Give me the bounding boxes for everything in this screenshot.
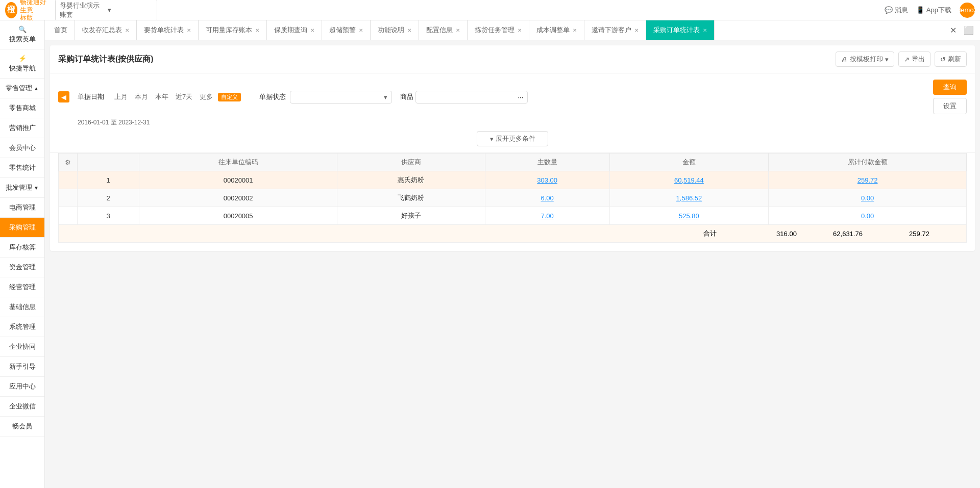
tab-config-info[interactable]: 配置信息 ✕ xyxy=(419,20,468,40)
paid-cell[interactable]: 0.00 xyxy=(769,207,967,225)
chevron-down-icon: ▾ xyxy=(885,56,889,63)
col-row-num xyxy=(78,153,139,171)
sidebar-item-finance[interactable]: 资金管理 xyxy=(0,258,44,277)
main-qty-cell[interactable]: 7.00 xyxy=(485,207,609,225)
sidebar-item-newbie[interactable]: 新手引导 xyxy=(0,357,44,377)
message-icon: 💬 xyxy=(885,6,893,14)
content-area: 首页 收发存汇总表 ✕ 要货单统计表 ✕ 可用量库存账本 ✕ 保质期查询 ✕ 超… xyxy=(45,20,980,488)
tab-shelf-life[interactable]: 保质期查询 ✕ xyxy=(267,20,322,40)
table-row[interactable]: 2 00020002 飞鹤奶粉 6.00 1,586.52 0.00 xyxy=(59,189,967,207)
page-title: 采购订单统计表(按供应商) xyxy=(58,54,154,65)
tab-purchase-order-stats[interactable]: 采购订单统计表 ✕ xyxy=(646,20,715,40)
filter-toggle-btn[interactable]: ◀ xyxy=(58,91,69,102)
tab-available-inventory[interactable]: 可用量库存账本 ✕ xyxy=(199,20,267,40)
amount-cell[interactable]: 1,586.52 xyxy=(609,189,769,207)
maximize-btn[interactable]: ⬜ xyxy=(962,24,976,36)
main-qty-cell[interactable]: 6.00 xyxy=(485,189,609,207)
row-num-cell: 2 xyxy=(78,189,139,207)
export-icon: ↗ xyxy=(904,56,910,63)
tab-overstock-warning[interactable]: 超储预警 ✕ xyxy=(322,20,371,40)
unit-code-cell: 00020001 xyxy=(139,171,337,189)
sidebar-item-inventory[interactable]: 库存核算 xyxy=(0,238,44,258)
filter-row-main: ◀ 单据日期 上月 本月 本年 近7天 更多 自定义 单据状态 xyxy=(58,80,967,114)
sidebar-item-retail[interactable]: 零售管理 ▲ xyxy=(0,79,44,98)
appdownload-btn[interactable]: 📱 App下载 xyxy=(916,6,951,15)
left-arrow-icon: ◀ xyxy=(61,93,66,101)
sidebar-item-retail-shop[interactable]: 零售商城 xyxy=(0,98,44,118)
col-settings[interactable]: ⚙ xyxy=(59,153,78,171)
date-range-display: 2016-01-01 至 2023-12-31 xyxy=(78,118,150,127)
last-month-btn[interactable]: 上月 xyxy=(112,91,130,102)
tab-receive-send[interactable]: 收发存汇总表 ✕ xyxy=(75,20,137,40)
query-button[interactable]: 查询 xyxy=(933,80,967,95)
sidebar-item-ecommerce[interactable]: 电商管理 xyxy=(0,198,44,218)
settings-icon: ⚙ xyxy=(65,159,71,166)
sidebar-item-search[interactable]: 🔍 搜索英单 xyxy=(0,20,44,49)
goods-input[interactable]: ··· xyxy=(415,91,528,104)
paid-cell[interactable]: 0.00 xyxy=(769,189,967,207)
sidebar-item-enterprise[interactable]: 企业协同 xyxy=(0,337,44,357)
phone-icon: 📱 xyxy=(916,6,924,14)
sidebar-item-wechat[interactable]: 企业微信 xyxy=(0,397,44,417)
paid-cell[interactable]: 259.72 xyxy=(769,171,967,189)
footer-amount: 62,631.76 xyxy=(833,230,863,238)
quicknav-icon: ⚡ xyxy=(18,55,27,62)
last-7days-btn[interactable]: 近7天 xyxy=(174,91,194,102)
sidebar-item-marketing[interactable]: 营销推广 xyxy=(0,118,44,138)
close-icon[interactable]: ✕ xyxy=(518,28,522,33)
amount-cell[interactable]: 60,519.44 xyxy=(609,171,769,189)
sidebar-item-wholesale[interactable]: 批发管理 ▼ xyxy=(0,178,44,198)
export-button[interactable]: ↗ 导出 xyxy=(898,52,930,67)
sidebar-item-retail-stats[interactable]: 零售统计 xyxy=(0,158,44,178)
sidebar-item-basic[interactable]: 基础信息 xyxy=(0,297,44,317)
tab-pickup-task[interactable]: 拣货任务管理 ✕ xyxy=(468,20,529,40)
close-icon[interactable]: ✕ xyxy=(634,28,639,33)
close-icon[interactable]: ✕ xyxy=(187,28,191,33)
chevron-up-icon: ▲ xyxy=(34,86,39,91)
this-month-btn[interactable]: 本月 xyxy=(133,91,150,102)
close-icon[interactable]: ✕ xyxy=(456,28,460,33)
table-row[interactable]: 3 00020005 好孩子 7.00 525.80 0.00 xyxy=(59,207,967,225)
settings-button[interactable]: 设置 xyxy=(933,98,967,114)
close-icon[interactable]: ✕ xyxy=(359,28,363,33)
search-icon: 🔍 xyxy=(18,25,27,33)
sidebar-item-purchase[interactable]: 采购管理 xyxy=(0,218,44,238)
amount-cell[interactable]: 525.80 xyxy=(609,207,769,225)
close-icon[interactable]: ✕ xyxy=(407,28,411,33)
sidebar-item-quicknav[interactable]: ⚡ 快捷导航 xyxy=(0,49,44,79)
main-layout: 🔍 搜索英单 ⚡ 快捷导航 零售管理 ▲ 零售商城 营销推广 会员中心 零售统计… xyxy=(0,20,980,488)
main-qty-cell[interactable]: 303.00 xyxy=(485,171,609,189)
table-row[interactable]: 1 00020001 惠氏奶粉 303.00 60,519.44 259.72 xyxy=(59,171,967,189)
status-select[interactable]: ▾ xyxy=(290,91,392,104)
sidebar-item-appcenter[interactable]: 应用中心 xyxy=(0,377,44,397)
close-icon[interactable]: ✕ xyxy=(703,28,707,33)
tab-requisition-stats[interactable]: 要货单统计表 ✕ xyxy=(137,20,199,40)
goods-filter-wrap: 商品 ··· xyxy=(400,91,528,104)
sidebar-item-operations[interactable]: 经营管理 xyxy=(0,277,44,297)
more-filters-btn[interactable]: ▾ 展开更多条件 xyxy=(477,131,548,146)
workspace-selector[interactable]: 母婴行业演示账套 ▾ xyxy=(55,0,157,21)
logo-area: 橙 畅捷通好生意 标版 xyxy=(5,0,50,22)
more-dates-btn[interactable]: 更多 xyxy=(198,91,215,102)
print-button[interactable]: 🖨 按模板打印 ▾ xyxy=(836,52,894,67)
this-year-btn[interactable]: 本年 xyxy=(153,91,170,102)
close-icon[interactable]: ✕ xyxy=(255,28,259,33)
logo-text: 畅捷通好生意 标版 xyxy=(20,0,50,22)
close-icon[interactable]: ✕ xyxy=(125,28,129,33)
sidebar-item-system[interactable]: 系统管理 xyxy=(0,317,44,337)
custom-date-badge[interactable]: 自定义 xyxy=(218,93,241,101)
messages-btn[interactable]: 💬 消息 xyxy=(885,6,908,15)
refresh-button[interactable]: ↺ 刷新 xyxy=(935,52,967,67)
close-tab-btn[interactable]: ✕ xyxy=(948,24,959,36)
chevron-down-icon: ▼ xyxy=(34,185,39,191)
tab-invite-downstream[interactable]: 邀请下游客户 ✕ xyxy=(584,20,646,40)
tab-cost-adjust[interactable]: 成本调整单 ✕ xyxy=(529,20,584,40)
avatar[interactable]: demo2 xyxy=(960,3,975,18)
tab-function-desc[interactable]: 功能说明 ✕ xyxy=(371,20,419,40)
close-icon[interactable]: ✕ xyxy=(310,28,314,33)
sidebar-item-vip[interactable]: 畅会员 xyxy=(0,417,44,436)
date-shortcuts: 上月 本月 本年 近7天 更多 自定义 xyxy=(112,91,241,102)
tab-home[interactable]: 首页 xyxy=(47,20,75,40)
close-icon[interactable]: ✕ xyxy=(573,28,577,33)
sidebar-item-member[interactable]: 会员中心 xyxy=(0,138,44,158)
